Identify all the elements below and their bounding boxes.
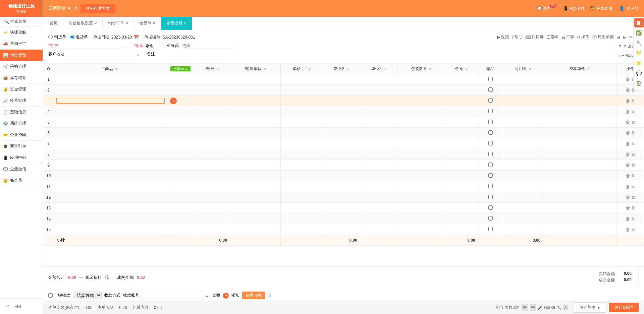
gift-cell-13[interactable] xyxy=(478,203,503,213)
add-row-btn[interactable]: + xyxy=(170,98,177,104)
calc-method-select[interactable]: 结算方式 xyxy=(73,292,102,299)
unit-price-cell-7[interactable] xyxy=(280,138,323,149)
gift-cell-12[interactable] xyxy=(478,192,503,203)
search-menu[interactable]: 🔍 搜索菜单 xyxy=(0,17,43,27)
unit-price-cell-4[interactable] xyxy=(280,106,323,117)
unit-price-cell-3[interactable] xyxy=(280,96,323,106)
radio-return[interactable]: 退货单 xyxy=(70,34,88,40)
online-service-btn[interactable]: 💁 在线客服 xyxy=(590,6,612,11)
amount-cell-13[interactable] xyxy=(445,203,478,213)
sort-icon[interactable]: ⇅ xyxy=(216,67,219,71)
ime-keyboard-icon[interactable]: ⌨ xyxy=(544,305,550,310)
qty2-cell-2[interactable] xyxy=(323,85,360,96)
available-cell-2[interactable] xyxy=(503,85,543,96)
sale-unit-cell-2[interactable] xyxy=(230,85,280,96)
ime-a-icon[interactable]: A xyxy=(563,305,568,310)
sidebar-collapse-btn[interactable]: ◀◀ xyxy=(13,301,23,311)
unit2-cell-5[interactable] xyxy=(360,117,397,128)
unit-price-cell-11[interactable] xyxy=(280,181,323,192)
amount-cell-2[interactable] xyxy=(445,85,478,96)
qty2-cell-7[interactable] xyxy=(323,138,360,149)
unit2-cell-15[interactable] xyxy=(360,224,397,235)
qty2-cell-12[interactable] xyxy=(323,192,360,203)
delete-row-btn-4[interactable]: 🗑 xyxy=(626,109,630,114)
sale-unit-cell-13[interactable] xyxy=(230,203,280,213)
goods-cell-2[interactable] xyxy=(54,85,167,96)
unit-price-cell-14[interactable] xyxy=(280,213,323,224)
amount-cell-10[interactable] xyxy=(445,171,478,181)
cost-price-cell-9[interactable] xyxy=(543,160,616,171)
unit2-cell-14[interactable] xyxy=(360,213,397,224)
sort-icon[interactable]: ⇅ xyxy=(529,67,531,71)
sort-icon[interactable]: ⇅ xyxy=(465,67,468,71)
address-input[interactable] xyxy=(66,51,133,57)
sale-unit-cell-4[interactable] xyxy=(230,106,280,117)
cost-info-icon[interactable]: ⓘ xyxy=(586,66,590,71)
sort-icon[interactable]: ⇅ xyxy=(346,67,349,71)
gift-cell-9[interactable] xyxy=(478,160,503,171)
qty-cell-8[interactable] xyxy=(194,149,230,160)
cost-price-cell-1[interactable] xyxy=(543,74,616,85)
gift-cell-15[interactable] xyxy=(478,224,503,235)
amount-cell-15[interactable] xyxy=(445,224,478,235)
available-cell-12[interactable] xyxy=(503,192,543,203)
qty-cell-15[interactable] xyxy=(194,224,230,235)
unit2-cell-10[interactable] xyxy=(360,171,397,181)
pkg-qty-cell-2[interactable] xyxy=(397,85,445,96)
warehouse-dots[interactable]: ... xyxy=(155,44,159,48)
pkg-qty-cell-15[interactable] xyxy=(397,224,445,235)
qty2-cell-5[interactable] xyxy=(323,117,360,128)
tab-sale-order[interactable]: 销售订单 ✕ xyxy=(103,17,134,30)
right-panel-star-icon[interactable]: ⭐ xyxy=(634,58,644,68)
amount-cell-5[interactable] xyxy=(445,117,478,128)
qty2-cell-11[interactable] xyxy=(323,181,360,192)
copy-row-btn-14[interactable]: ⧉ xyxy=(632,216,635,222)
qty-cell-4[interactable] xyxy=(194,106,230,117)
gift-cell-14[interactable] xyxy=(478,213,503,224)
gift-cell-4[interactable] xyxy=(478,106,503,117)
customer-dots[interactable]: ... xyxy=(122,44,126,48)
copy-row-btn-15[interactable]: ⧉ xyxy=(632,227,635,232)
price-info-icon[interactable]: ⓘ xyxy=(302,66,306,71)
qty-cell-9[interactable] xyxy=(194,160,230,171)
tab-close-icon[interactable]: ✕ xyxy=(125,21,128,25)
amount-cell-4[interactable] xyxy=(445,106,478,117)
sale-unit-cell-8[interactable] xyxy=(230,149,280,160)
tab-sale-goods[interactable]: 销货单 ✕ xyxy=(134,17,161,30)
cost-price-cell-14[interactable] xyxy=(543,213,616,224)
sidebar-item-app[interactable]: 📱 应用中心 xyxy=(0,152,43,164)
salesperson-dots[interactable]: ... xyxy=(236,44,239,48)
add-payment-btn[interactable]: + xyxy=(223,293,229,299)
goods-cell-10[interactable] xyxy=(54,171,167,181)
goods-cell-15[interactable] xyxy=(54,224,167,235)
goods-cell-14[interactable] xyxy=(54,213,167,224)
view-list-btn[interactable]: ≡ xyxy=(629,35,632,40)
cost-price-cell-12[interactable] xyxy=(543,192,616,203)
calendar-icon[interactable]: 📅 xyxy=(134,35,139,40)
user-profile[interactable]: 👤 徐泽华 xyxy=(618,5,639,12)
sidebar-item-basic[interactable]: 📋 基础信息 xyxy=(0,107,43,118)
delete-row-btn-14[interactable]: 🗑 xyxy=(626,216,630,222)
tab-close-icon[interactable]: ✕ xyxy=(184,21,186,25)
sale-unit-cell-10[interactable] xyxy=(230,171,280,181)
copy-row-btn-11[interactable]: ⧉ xyxy=(632,184,635,189)
qty-cell-6[interactable] xyxy=(194,128,230,138)
sidebar-item-enterprise[interactable]: 🤝 企业协同 xyxy=(0,129,43,141)
delete-row-btn-11[interactable]: 🗑 xyxy=(626,184,630,189)
unit2-cell-2[interactable] xyxy=(360,85,397,96)
qty2-cell-13[interactable] xyxy=(323,203,360,213)
qty2-cell-15[interactable] xyxy=(323,224,360,235)
cost-price-cell-6[interactable] xyxy=(543,128,616,138)
available-cell-5[interactable] xyxy=(503,117,543,128)
unit2-cell-9[interactable] xyxy=(360,160,397,171)
qty-cell-11[interactable] xyxy=(194,181,230,192)
qty-cell-13[interactable] xyxy=(194,203,230,213)
topbar-settings-btn[interactable]: ⚙ xyxy=(74,6,78,11)
delete-row-btn-1[interactable]: 🗑 xyxy=(626,77,630,82)
ime-zh-icon[interactable]: 中 xyxy=(522,304,528,311)
goods-cell-5[interactable] xyxy=(54,117,167,128)
available-cell-8[interactable] xyxy=(503,149,543,160)
right-panel-doc-icon[interactable]: 📋 xyxy=(634,18,644,27)
cost-price-cell-5[interactable] xyxy=(543,117,616,128)
amount-cell-3[interactable] xyxy=(445,96,478,106)
